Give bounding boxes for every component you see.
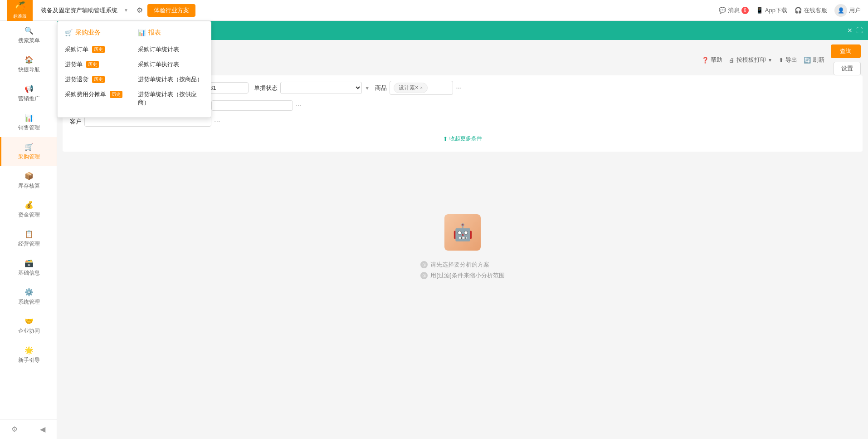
user-item[interactable]: 👤 用户 xyxy=(834,4,861,17)
stock-in-label: 进货单 xyxy=(65,60,83,69)
export-icon: ⬆ xyxy=(779,57,784,64)
dropdown-item-stock-in[interactable]: 进货单 历史 xyxy=(65,57,131,72)
export-button[interactable]: ⬆ 导出 xyxy=(779,56,797,64)
marketing-icon: 📢 xyxy=(24,84,34,93)
sidebar-item-operations[interactable]: 📋 经营管理 xyxy=(0,224,57,253)
dropdown-item-report-1[interactable]: 采购订单统计表 xyxy=(138,42,204,57)
sales-icon: 📊 xyxy=(24,113,34,122)
report-4-label: 进货单统计表（按供应商） xyxy=(138,90,204,107)
help-label: 帮助 xyxy=(711,56,722,64)
sidebar-item-label: 新手引导 xyxy=(18,356,40,364)
logo-text: 标准版 xyxy=(13,13,27,20)
dropdown-item-stock-return[interactable]: 进货退货 历史 xyxy=(65,72,131,87)
purchase-dropdown-menu: 🛒 采购业务 采购订单 历史 进货单 历史 进货退货 历史 采购费用分摊单 历史 xyxy=(57,21,211,118)
home-icon: 🏠 xyxy=(24,55,34,64)
sidebar-item-label: 采购管理 xyxy=(18,153,40,161)
collapse-button[interactable]: ⬆ 收起更多条件 xyxy=(70,131,855,146)
message-icon: 💬 xyxy=(719,7,726,14)
sidebar-item-search[interactable]: 🔍 搜索菜单 xyxy=(0,21,57,50)
report-3-label: 进货单统计表（按商品） xyxy=(138,75,203,84)
dropdown-arrow-icon[interactable]: ▼ xyxy=(124,8,128,13)
sidebar-item-sales[interactable]: 📊 销售管理 xyxy=(0,108,57,137)
sidebar-item-label: 经营管理 xyxy=(18,240,40,248)
enterprise-icon: 🤝 xyxy=(24,317,34,326)
sidebar-item-label: 企业协同 xyxy=(18,327,40,335)
sidebar-item-purchase[interactable]: 🛒 采购管理 xyxy=(0,137,57,166)
customer-filter: 客户 ··· xyxy=(70,116,220,127)
sidebar-item-label: 系统管理 xyxy=(18,298,40,306)
filter-row-3: 客户 ··· xyxy=(70,116,855,127)
customer-more-icon[interactable]: ··· xyxy=(214,118,220,126)
goods-label: 商品 xyxy=(375,84,387,92)
sidebar-item-quick-nav[interactable]: 🏠 快捷导航 xyxy=(0,50,57,79)
history-badge-stock-in: 历史 xyxy=(86,61,99,68)
print-button[interactable]: 🖨 按模板打印 ▼ xyxy=(729,56,772,64)
sidebar-item-label: 库存核算 xyxy=(18,182,40,190)
sidebar-item-system[interactable]: ⚙️ 系统管理 xyxy=(0,282,57,311)
sidebar-item-label: 销售管理 xyxy=(18,124,40,132)
dropdown-item-report-4[interactable]: 进货单统计表（按供应商） xyxy=(138,87,204,110)
refresh-button[interactable]: 🔄 刷新 xyxy=(804,56,824,64)
purchase-expense-label: 采购费用分摊单 xyxy=(65,90,106,99)
sidebar-bottom: ⚙ ◀ xyxy=(0,419,57,439)
sidebar-item-marketing[interactable]: 📢 营销推广 xyxy=(0,79,57,108)
print-icon: 🖨 xyxy=(729,57,735,64)
refresh-icon: 🔄 xyxy=(804,57,811,64)
history-badge-purchase-expense: 历史 xyxy=(110,91,122,98)
tab-close-all-icon[interactable]: ✕ xyxy=(847,27,853,34)
purchase-business-col: 🛒 采购业务 采购订单 历史 进货单 历史 进货退货 历史 采购费用分摊单 历史 xyxy=(65,29,131,110)
empty-tip-2-text: 用[过滤]条件来缩小分析范围 xyxy=(430,271,504,280)
report-1-label: 采购订单统计表 xyxy=(138,45,179,54)
goods-chip-close[interactable]: × xyxy=(420,85,423,90)
goods-more-icon[interactable]: ··· xyxy=(456,84,462,92)
empty-illustration: 🤖 xyxy=(440,210,485,255)
tip-dot-1: ① xyxy=(420,261,428,268)
report-2-label: 采购订单执行表 xyxy=(138,60,179,69)
search-icon: 🔍 xyxy=(24,26,34,35)
sidebar-settings-icon[interactable]: ⚙ xyxy=(8,423,21,435)
avatar-icon: 👤 xyxy=(838,7,844,14)
sidebar-item-guide[interactable]: 🌟 新手引导 xyxy=(0,340,57,370)
purchase-col-label: 采购业务 xyxy=(75,29,101,37)
app-download-item[interactable]: 📱 App下载 xyxy=(756,6,787,15)
sidebar-item-label: 快捷导航 xyxy=(18,66,40,74)
empty-tip-1-text: 请先选择要分析的方案 xyxy=(430,261,489,269)
industry-button[interactable]: 体验行业方案 xyxy=(147,4,195,17)
dropdown-item-purchase-expense[interactable]: 采购费用分摊单 历史 xyxy=(65,87,131,102)
message-badge: 6 xyxy=(741,7,749,14)
report-col: 📊 报表 采购订单统计表 采购订单执行表 进货单统计表（按商品） 进货单统计表（… xyxy=(138,29,204,110)
guide-icon: 🌟 xyxy=(24,346,34,355)
goods-filter: 商品 设计素× × ··· xyxy=(375,81,462,95)
tab-actions: ✕ ⛶ xyxy=(847,27,868,34)
purchase-order-label: 采购订单 xyxy=(65,45,88,54)
print-label: 按模板打印 xyxy=(736,56,766,64)
purchase-col-title: 🛒 采购业务 xyxy=(65,29,131,37)
dropdown-item-purchase-order[interactable]: 采购订单 历史 xyxy=(65,42,131,57)
sidebar-collapse-icon[interactable]: ◀ xyxy=(36,423,49,435)
help-button[interactable]: ❓ 帮助 xyxy=(702,56,722,64)
app-download-label: App下载 xyxy=(765,6,787,15)
status-filter: 单据状态 ▼ xyxy=(254,82,370,94)
status-select[interactable] xyxy=(280,82,362,94)
sidebar-item-basic-info[interactable]: 🗃️ 基础信息 xyxy=(0,253,57,282)
staff-more-icon[interactable]: ··· xyxy=(296,102,302,110)
dropdown-item-report-2[interactable]: 采购订单执行表 xyxy=(138,57,204,72)
message-item[interactable]: 💬 消息 6 xyxy=(719,6,749,15)
headset-icon: 🎧 xyxy=(795,7,802,14)
dropdown-item-report-3[interactable]: 进货单统计表（按商品） xyxy=(138,72,204,87)
online-service-item[interactable]: 🎧 在线客服 xyxy=(795,6,827,15)
sidebar-item-label: 基础信息 xyxy=(18,269,40,277)
query-button[interactable]: 查询 xyxy=(831,44,861,58)
sidebar-item-finance[interactable]: 💰 资金管理 xyxy=(0,195,57,224)
settings-icon[interactable]: ⚙ xyxy=(137,6,143,15)
sidebar-item-inventory[interactable]: 📦 库存核算 xyxy=(0,166,57,195)
empty-tip-1: ① 请先选择要分析的方案 xyxy=(420,261,504,269)
help-icon: ❓ xyxy=(702,57,709,64)
inventory-icon: 📦 xyxy=(24,172,34,180)
logo-icon: 🍊 xyxy=(14,1,26,13)
set-button[interactable]: 设置 xyxy=(834,62,861,75)
export-label: 导出 xyxy=(785,56,797,64)
sidebar-item-enterprise[interactable]: 🤝 企业协同 xyxy=(0,311,57,340)
tab-expand-icon[interactable]: ⛶ xyxy=(856,27,863,34)
customer-label: 客户 xyxy=(70,118,82,126)
